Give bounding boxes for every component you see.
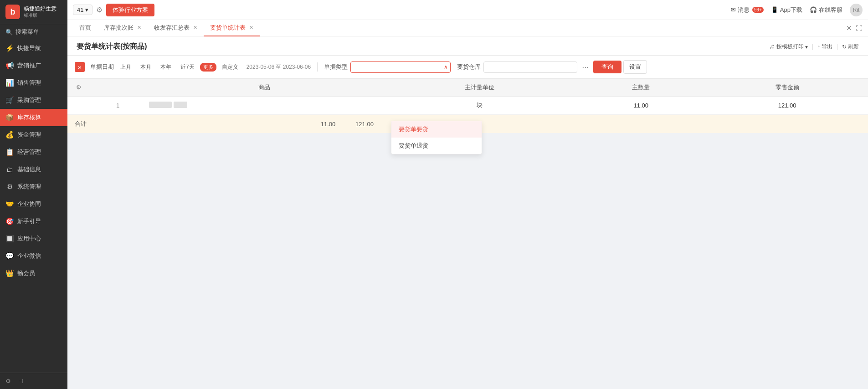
nav-icon-inventory: 📦 xyxy=(5,113,14,122)
app-icon: 📱 xyxy=(771,6,778,13)
nav-icon-enterprise: 🤝 xyxy=(5,200,14,208)
sidebar-item-guide[interactable]: 🎯新手引导 xyxy=(0,213,67,230)
breadcrumb-select[interactable]: 41 ▾ xyxy=(73,5,92,15)
sidebar-collapse-btn[interactable]: ⊣ xyxy=(18,378,23,384)
dropdown-item-order-return[interactable]: 要货单退货 xyxy=(391,138,482,154)
type-select-arrow-icon[interactable]: ∧ xyxy=(444,64,448,70)
sidebar-item-operations[interactable]: 📋经营管理 xyxy=(0,143,67,161)
col-settings[interactable]: ⚙ xyxy=(67,79,90,96)
nav-icon-member: 👑 xyxy=(5,269,14,277)
col-quantity: 主数量 xyxy=(575,79,706,96)
date-prev-month-btn[interactable]: 上月 xyxy=(117,62,135,72)
sidebar-item-apps[interactable]: 🔲应用中心 xyxy=(0,230,67,247)
filter-area: » 单据日期 上月 本月 本年 近7天 更多 自定义 2023-05-06 至 … xyxy=(67,56,868,79)
trial-button[interactable]: 体验行业方案 xyxy=(106,4,154,16)
nav-icon-guide: 🎯 xyxy=(5,217,14,225)
refresh-icon: ↻ xyxy=(842,44,847,50)
tab-order-stats[interactable]: 要货单统计表✕ xyxy=(204,20,260,36)
refresh-button[interactable]: ↻ 刷新 xyxy=(842,43,859,51)
app-download-item[interactable]: 📱 App下载 xyxy=(771,6,802,14)
nav-icon-operations: 📋 xyxy=(5,148,14,156)
tab-receivables-summary[interactable]: 收发存汇总表✕ xyxy=(148,20,204,36)
col-product: 商品 xyxy=(145,79,383,96)
nav-label-member: 畅会员 xyxy=(17,269,35,277)
table-row: 1 块 11.00 121.00 xyxy=(67,96,868,114)
nav-icon-marketing: 📢 xyxy=(5,61,14,70)
type-select-input[interactable] xyxy=(350,61,451,73)
col-num xyxy=(90,79,145,96)
tab-inventory-batch[interactable]: 库存批次账✕ xyxy=(98,20,148,36)
warehouse-select-input[interactable] xyxy=(483,61,577,73)
sidebar-item-quick-nav[interactable]: ⚡快捷导航 xyxy=(0,40,67,57)
row-amount-cell: 121.00 xyxy=(706,96,868,114)
breadcrumb-num: 41 xyxy=(77,6,83,13)
more-filters-btn[interactable]: ··· xyxy=(582,62,589,72)
date-7days-btn[interactable]: 近7天 xyxy=(177,62,198,72)
date-this-year-btn[interactable]: 本年 xyxy=(157,62,175,72)
online-service-item[interactable]: 🎧 在线客服 xyxy=(810,6,842,14)
nav-label-apps: 应用中心 xyxy=(17,235,41,243)
sidebar-item-inventory[interactable]: 📦库存核算 xyxy=(0,109,67,126)
sidebar-item-finance[interactable]: 💰资金管理 xyxy=(0,126,67,143)
tab-label-inventory-batch: 库存批次账 xyxy=(104,24,134,32)
message-icon: ✉ xyxy=(731,6,736,13)
col-unit: 主计量单位 xyxy=(383,79,576,96)
topbar-settings-icon[interactable]: ⚙ xyxy=(96,5,103,14)
export-button[interactable]: ↑ 导出 xyxy=(817,43,832,51)
user-avatar[interactable]: Rit xyxy=(850,4,863,16)
sidebar: b 畅捷通好生意 标准版 🔍 搜索菜单 ⚡快捷导航📢营销推广📊销售管理🛒采购管理… xyxy=(0,0,67,389)
sidebar-item-enterprise[interactable]: 🤝企业协同 xyxy=(0,195,67,213)
sidebar-item-system[interactable]: ⚙系统管理 xyxy=(0,178,67,195)
expand-filter-button[interactable]: » xyxy=(75,62,85,72)
tab-label-order-stats: 要货单统计表 xyxy=(210,24,246,32)
logo-icon: b xyxy=(5,5,20,19)
close-all-icon[interactable]: ✕ xyxy=(846,24,852,32)
header-actions: 🖨 按模板打印 ▾ ↑ 导出 ↻ 刷新 xyxy=(770,43,859,51)
row-quantity-cell: 11.00 xyxy=(575,96,706,114)
top-bar-left: 41 ▾ ⚙ 体验行业方案 xyxy=(73,4,725,16)
sidebar-item-member[interactable]: 👑畅会员 xyxy=(0,265,67,282)
query-button[interactable]: 查询 xyxy=(593,61,621,73)
filter-separator xyxy=(317,62,318,72)
search-icon: 🔍 xyxy=(5,29,13,36)
sidebar-item-basics[interactable]: 🗂基础信息 xyxy=(0,161,67,178)
table-body: 1 块 11.00 121.00 xyxy=(67,96,868,114)
nav-label-system: 系统管理 xyxy=(17,183,41,191)
sidebar-item-wechat[interactable]: 💬企业微信 xyxy=(0,247,67,265)
messages-item[interactable]: ✉ 消息 99+ xyxy=(731,6,764,14)
nav-label-inventory: 库存核算 xyxy=(17,113,41,122)
settings-gear-icon[interactable]: ⚙ xyxy=(5,378,11,384)
date-this-month-btn[interactable]: 本月 xyxy=(137,62,155,72)
headset-icon: 🎧 xyxy=(810,6,817,13)
footer-quantity-val: 11.00 xyxy=(310,121,346,128)
content-area: 要货单统计表(按商品) 🖨 按模板打印 ▾ ↑ 导出 ↻ 刷新 xyxy=(67,36,868,389)
tab-close-order-stats[interactable]: ✕ xyxy=(249,25,253,31)
date-more-btn[interactable]: 更多 xyxy=(200,63,216,72)
tab-close-inventory-batch[interactable]: ✕ xyxy=(137,25,141,31)
page-header: 要货单统计表(按商品) 🖨 按模板打印 ▾ ↑ 导出 ↻ 刷新 xyxy=(67,36,868,56)
print-button[interactable]: 🖨 按模板打印 ▾ xyxy=(770,43,808,51)
dropdown-item-order-goods[interactable]: 要货单要货 xyxy=(391,121,482,138)
date-shortcuts: 上月 本月 本年 近7天 更多 自定义 xyxy=(117,62,242,72)
tab-close-receivables-summary[interactable]: ✕ xyxy=(193,25,197,31)
nav-label-wechat: 企业微信 xyxy=(17,252,41,260)
breadcrumb-chevron-icon: ▾ xyxy=(85,6,88,13)
expand-tabs-icon[interactable]: ⛶ xyxy=(856,24,863,32)
tabs-bar: 首页库存批次账✕收发存汇总表✕要货单统计表✕ ✕ ⛶ xyxy=(67,20,868,36)
sidebar-search[interactable]: 🔍 搜索菜单 xyxy=(0,24,67,40)
warehouse-filter-label: 要货仓库 xyxy=(457,63,481,71)
nav-label-finance: 资金管理 xyxy=(17,131,41,139)
col-amount: 零售金额 xyxy=(706,79,868,96)
warehouse-select-container xyxy=(483,61,577,73)
sidebar-item-sales[interactable]: 📊销售管理 xyxy=(0,74,67,92)
filter-settings-button[interactable]: 设置 xyxy=(623,60,647,74)
tab-home[interactable]: 首页 xyxy=(73,20,98,36)
nav-icon-finance: 💰 xyxy=(5,131,14,139)
sidebar-item-marketing[interactable]: 📢营销推广 xyxy=(0,57,67,74)
row-product-cell xyxy=(145,96,383,114)
date-custom-btn[interactable]: 自定义 xyxy=(218,62,242,72)
row-settings-cell xyxy=(67,96,90,114)
sidebar-item-purchase[interactable]: 🛒采购管理 xyxy=(0,92,67,109)
nav-label-basics: 基础信息 xyxy=(17,165,41,174)
nav-label-marketing: 营销推广 xyxy=(17,61,41,70)
